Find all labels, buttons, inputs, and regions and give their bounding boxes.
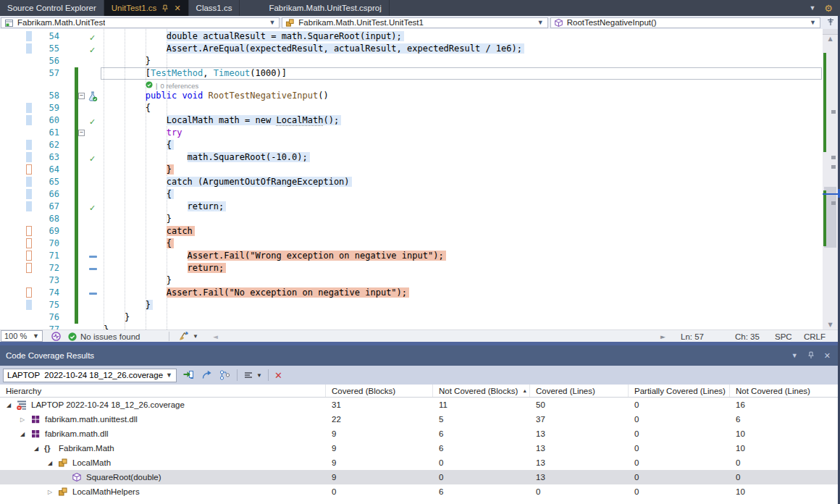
line-number[interactable]: 68 bbox=[22, 213, 59, 225]
not-run-dash-icon[interactable] bbox=[88, 287, 100, 299]
expander-expanded-icon[interactable]: ◢ bbox=[18, 431, 27, 437]
table-row[interactable]: ◢fabrikam.math.dll9613010 bbox=[0, 427, 838, 441]
line-number[interactable]: 70 bbox=[22, 238, 59, 250]
document-health-status[interactable]: No issues found bbox=[68, 330, 140, 343]
column-header-covered-blocks[interactable]: Covered (Blocks) bbox=[326, 385, 433, 397]
code-text[interactable]: { bbox=[104, 102, 151, 114]
code-text[interactable]: } bbox=[104, 311, 130, 324]
chevron-down-icon[interactable]: ▼ bbox=[809, 4, 815, 12]
expander-expanded-icon[interactable]: ◢ bbox=[4, 402, 13, 408]
member-dropdown[interactable]: RootTestNegativeInput() ▼ bbox=[550, 17, 820, 28]
line-number[interactable]: 56 bbox=[22, 55, 59, 67]
code-text[interactable]: } bbox=[104, 55, 151, 67]
coverage-result-dropdown[interactable]: LAPTOP 2022-10-24 18_12_26.coverage ▼ bbox=[3, 369, 177, 382]
code-text[interactable]: { bbox=[104, 139, 174, 151]
collapse-icon[interactable]: − bbox=[78, 130, 85, 136]
scroll-up-icon[interactable]: ▲ bbox=[823, 35, 838, 42]
column-header-not-covered-lines[interactable]: Not Covered (Lines) bbox=[730, 385, 838, 397]
line-number[interactable]: 77 bbox=[22, 324, 59, 329]
code-text[interactable]: catch bbox=[104, 225, 195, 238]
gear-icon[interactable]: ⚙ bbox=[824, 4, 833, 13]
covered-check-icon[interactable]: ✓ bbox=[88, 43, 100, 55]
expander-collapsed-icon[interactable]: ▷ bbox=[46, 489, 54, 495]
expander-collapsed-icon[interactable]: ▷ bbox=[18, 416, 27, 423]
close-icon[interactable]: ✕ bbox=[824, 351, 831, 361]
split-window-button[interactable] bbox=[823, 16, 838, 29]
code-text[interactable]: return; bbox=[104, 201, 226, 213]
table-row[interactable]: ▷LocalMathHelpers060010 bbox=[0, 484, 838, 499]
code-text[interactable]: public void RootTestNegativeInput() bbox=[104, 90, 329, 102]
line-number[interactable]: 71 bbox=[22, 250, 59, 262]
coverage-panel-title-bar[interactable]: Code Coverage Results ▼ ✕ bbox=[0, 345, 838, 366]
window-position-icon[interactable]: ▼ bbox=[791, 352, 798, 359]
code-text[interactable]: } bbox=[104, 324, 109, 329]
project-dropdown[interactable]: Fabrikam.Math.UnitTest ▼ bbox=[1, 17, 280, 28]
line-number[interactable]: 54 bbox=[22, 30, 59, 43]
expander-expanded-icon[interactable]: ◢ bbox=[46, 460, 54, 466]
tab-unittest1[interactable]: UnitTest1.cs ✕ bbox=[104, 0, 189, 16]
column-header-covered-lines[interactable]: Covered (Lines) bbox=[530, 385, 629, 397]
vertical-scrollbar[interactable]: ▲ ▼ bbox=[823, 29, 838, 329]
line-number[interactable]: 57 bbox=[22, 67, 59, 80]
line-number[interactable]: 58 bbox=[22, 90, 59, 102]
covered-check-icon[interactable]: ✓ bbox=[88, 30, 100, 43]
code-text[interactable]: } bbox=[104, 299, 153, 311]
table-row[interactable]: ◢LAPTOP 2022-10-24 18_12_26.coverage3111… bbox=[0, 398, 838, 412]
line-number[interactable]: 76 bbox=[22, 311, 59, 324]
scroll-down-icon[interactable]: ▼ bbox=[823, 322, 838, 328]
line-number[interactable]: 59 bbox=[22, 102, 59, 114]
line-number[interactable]: 60 bbox=[22, 114, 59, 127]
line-number[interactable]: 65 bbox=[22, 176, 59, 188]
code-text[interactable]: math.SquareRoot(-10.0); bbox=[104, 151, 310, 164]
line-number[interactable]: 55 bbox=[22, 43, 59, 55]
code-text[interactable]: LocalMath math = new LocalMath(); bbox=[104, 114, 341, 127]
merge-results-icon[interactable] bbox=[201, 369, 213, 381]
column-header-hierarchy[interactable]: Hierarchy bbox=[0, 385, 326, 397]
remove-result-icon[interactable]: ✕ bbox=[274, 370, 282, 381]
line-number[interactable]: 75 bbox=[22, 299, 59, 311]
column-header-partially-covered-lines[interactable]: Partially Covered (Lines) bbox=[629, 385, 730, 397]
table-row[interactable]: ◢{}Fabrikam.Math9613010 bbox=[0, 441, 838, 455]
passed-test-icon[interactable] bbox=[88, 90, 100, 102]
line-number[interactable]: 74 bbox=[22, 287, 59, 299]
view-options-button[interactable]: ▼ bbox=[243, 370, 262, 380]
zoom-level-dropdown[interactable]: 100 % ▼ bbox=[1, 330, 43, 342]
code-text[interactable]: Assert.Fail("No exception on negative in… bbox=[104, 287, 409, 299]
collapse-icon[interactable]: − bbox=[78, 93, 85, 99]
codelens-references[interactable]: |0 references bbox=[146, 81, 198, 90]
line-number[interactable]: 73 bbox=[22, 274, 59, 287]
code-text[interactable]: return; bbox=[104, 262, 226, 274]
covered-check-icon[interactable]: ✓ bbox=[88, 151, 100, 164]
close-icon[interactable]: ✕ bbox=[174, 4, 180, 13]
not-run-dash-icon[interactable] bbox=[88, 262, 100, 274]
line-number[interactable]: 61 bbox=[22, 127, 59, 139]
hscroll-left-icon[interactable]: ◄ bbox=[213, 330, 218, 343]
covered-check-icon[interactable]: ✓ bbox=[88, 201, 100, 213]
line-number[interactable]: 64 bbox=[22, 164, 59, 176]
table-row[interactable]: ▷fabrikam.math.unittest.dll2253706 bbox=[0, 412, 838, 427]
code-text[interactable]: Assert.AreEqual(expectedResult, actualRe… bbox=[104, 43, 524, 55]
code-text[interactable]: { bbox=[104, 238, 174, 250]
code-text[interactable]: double actualResult = math.SquareRoot(in… bbox=[104, 30, 404, 43]
column-header-not-covered-blocks[interactable]: Not Covered (Blocks)▲ bbox=[433, 385, 530, 397]
editor-health-icon[interactable] bbox=[51, 330, 62, 343]
show-coverage-coloring-icon[interactable] bbox=[219, 369, 231, 381]
tab-csproj[interactable]: Fabrikam.Math.UnitTest.csproj bbox=[261, 0, 389, 16]
splitter-grip[interactable] bbox=[823, 29, 838, 35]
code-text[interactable]: try bbox=[104, 127, 182, 139]
code-text[interactable]: } bbox=[104, 274, 172, 287]
type-dropdown[interactable]: Fabrikam.Math.UnitTest.UnitTest1 ▼ bbox=[282, 17, 547, 28]
hscroll-right-icon[interactable]: ► bbox=[660, 330, 665, 343]
table-row[interactable]: SquareRoot(double)901300 bbox=[0, 470, 838, 484]
import-results-icon[interactable] bbox=[182, 369, 195, 381]
line-number[interactable]: 72 bbox=[22, 262, 59, 274]
code-cleanup-button[interactable]: ▼ bbox=[177, 330, 198, 343]
tab-source-control-explorer[interactable]: Source Control Explorer bbox=[0, 0, 104, 16]
code-text[interactable]: Assert.Fail("Wrong exception on negative… bbox=[104, 250, 446, 262]
code-text[interactable]: [TestMethod, Timeout(1000)] bbox=[104, 67, 287, 80]
tab-class1[interactable]: Class1.cs bbox=[189, 0, 240, 16]
code-text[interactable]: } bbox=[104, 164, 174, 176]
code-editor[interactable]: 54✓ double actualResult = math.SquareRoo… bbox=[0, 29, 823, 329]
expander-expanded-icon[interactable]: ◢ bbox=[32, 445, 41, 452]
line-number[interactable]: 63 bbox=[22, 151, 59, 164]
